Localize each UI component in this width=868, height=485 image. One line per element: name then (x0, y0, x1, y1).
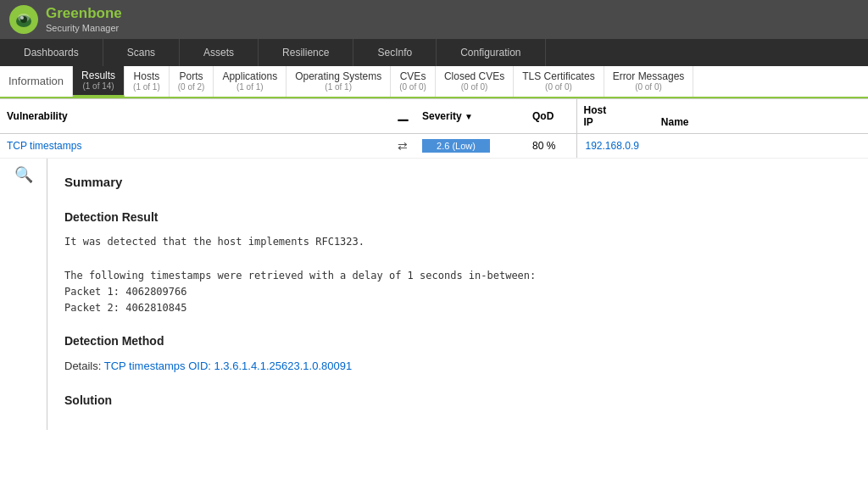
tab-applications[interactable]: Applications (1 of 1) (214, 66, 287, 97)
nav-configuration[interactable]: Configuration (437, 39, 545, 66)
cell-vulnerability: TCP timestamps (0, 134, 390, 159)
table-header-row: Vulnerability ⚊ Severity ▼ QoD Host IP N… (0, 99, 868, 134)
logo-subtitle: Security Manager (46, 23, 122, 34)
tab-results[interactable]: Results (1 of 14) (73, 66, 125, 97)
tab-ports[interactable]: Ports (0 of 2) (170, 66, 214, 97)
tab-operating-systems[interactable]: Operating Systems (1 of 1) (287, 66, 391, 97)
nav-secinfo[interactable]: SecInfo (353, 39, 437, 66)
col-header-puzzle: ⚊ (390, 99, 415, 134)
detection-method-line: Details: TCP timestamps OID: 1.3.6.1.4.1… (64, 358, 851, 376)
summary-heading: Summary (64, 172, 851, 192)
col-header-host-group: Host IP Name (576, 99, 868, 134)
detection-text-3: Packet 1: 4062809766 (64, 284, 851, 300)
magnify-icon: 🔍 (14, 165, 33, 184)
logo-text: Greenbone Security Manager (46, 5, 122, 34)
oid-link[interactable]: TCP timestamps OID: 1.3.6.1.4.1.25623.1.… (104, 360, 352, 372)
detail-panel: 🔍 Summary Detection Result It was detect… (0, 159, 868, 430)
col-header-vulnerability: Vulnerability (0, 99, 390, 134)
tab-error-messages[interactable]: Error Messages (0 of 0) (604, 66, 694, 97)
detail-sidebar: 🔍 (0, 159, 47, 430)
svg-point-4 (20, 16, 24, 20)
cell-ip: 192.168.0.9 (576, 134, 695, 159)
main-nav: Dashboards Scans Assets Resilience SecIn… (0, 39, 868, 66)
tab-closed-cves[interactable]: Closed CVEs (0 of 0) (436, 66, 514, 97)
col-header-qod: QoD (526, 99, 576, 134)
nav-scans[interactable]: Scans (103, 39, 180, 66)
detection-text-1: It was detected that the host implements… (64, 234, 851, 250)
solution-heading: Solution (64, 391, 851, 410)
nav-dashboards[interactable]: Dashboards (0, 39, 103, 66)
cell-severity: 2.6 (Low) (415, 134, 526, 159)
transfer-icon: ⇄ (398, 139, 408, 153)
ip-link[interactable]: 192.168.0.9 (586, 140, 639, 152)
tab-hosts[interactable]: Hosts (1 of 1) (125, 66, 170, 97)
app-header: Greenbone Security Manager (0, 0, 868, 39)
logo-name: Greenbone (46, 5, 122, 22)
cell-name (695, 134, 868, 159)
tab-cves[interactable]: CVEs (0 of 0) (391, 66, 436, 97)
cell-transfer: ⇄ (390, 134, 415, 159)
nav-resilience[interactable]: Resilience (259, 39, 353, 66)
severity-badge: 2.6 (Low) (422, 139, 490, 153)
tab-tls-certificates[interactable]: TLS Certificates (0 of 0) (514, 66, 604, 97)
col-header-severity[interactable]: Severity ▼ (415, 99, 526, 134)
logo: Greenbone Security Manager (8, 4, 122, 35)
tab-bar: Information Results (1 of 14) Hosts (1 o… (0, 66, 868, 98)
tab-information[interactable]: Information (0, 66, 73, 97)
detection-method-heading: Detection Method (64, 332, 851, 350)
vulnerability-link[interactable]: TCP timestamps (7, 140, 81, 152)
cell-qod: 80 % (526, 134, 576, 159)
vulnerability-table: Vulnerability ⚊ Severity ▼ QoD Host IP N… (0, 98, 868, 159)
detection-result-heading: Detection Result (64, 208, 851, 226)
detail-content: Summary Detection Result It was detected… (47, 159, 868, 430)
detection-text-2: The following timestamps were retrieved … (64, 268, 851, 284)
sort-icon: ▼ (465, 112, 473, 121)
puzzle-icon: ⚊ (397, 109, 409, 125)
detection-method-prefix: Details: (64, 360, 104, 372)
logo-icon (8, 4, 39, 35)
table-row: TCP timestamps ⇄ 2.6 (Low) 80 % 192.168.… (0, 134, 868, 159)
detection-text-4: Packet 2: 4062810845 (64, 300, 851, 316)
nav-assets[interactable]: Assets (180, 39, 259, 66)
